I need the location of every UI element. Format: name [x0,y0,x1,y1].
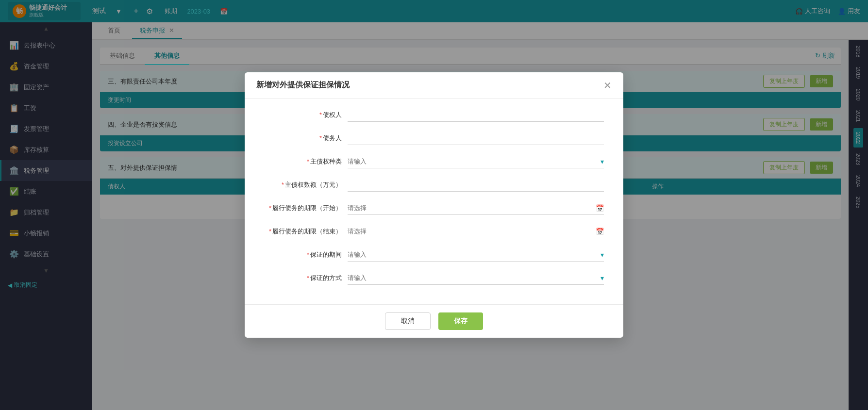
creditor-amount-label: *主债权数额（万元） [264,180,342,189]
form-row-debtor: *债务人 [264,131,604,145]
form-row-creditor: *债权人 [264,108,604,122]
guarantee-method-required-star: * [307,274,309,281]
guarantee-period-select[interactable]: ▾ [348,248,604,262]
modal-footer: 取消 保存 [245,304,623,338]
modal-title: 新增对外提供保证担保情况 [256,80,350,90]
form-row-creditor-amount: *主债权数额（万元） [264,178,604,192]
modal-header: 新增对外提供保证担保情况 ✕ [245,72,623,98]
creditor-type-label: *主债权种类 [264,157,342,166]
modal: 新增对外提供保证担保情况 ✕ *债权人 *债务人 *主债权种类 [245,72,623,338]
obligation-end-input[interactable] [348,225,596,238]
debtor-required-star: * [319,134,322,142]
guarantee-period-required-star: * [307,251,309,258]
form-row-guarantee-period: *保证的期间 ▾ [264,248,604,262]
obligation-start-date[interactable]: 📅 [348,201,604,215]
form-row-obligation-start: *履行债务的期限（开始） 📅 [264,201,604,215]
obligation-start-label: *履行债务的期限（开始） [264,204,342,213]
debtor-label: *债务人 [264,134,342,143]
guarantee-method-input[interactable] [348,271,601,284]
creditor-required-star: * [319,111,322,118]
obligation-start-input[interactable] [348,201,596,214]
form-row-creditor-type: *主债权种类 ▾ [264,155,604,168]
obligation-end-date[interactable]: 📅 [348,225,604,238]
creditor-label: *债权人 [264,111,342,119]
obligation-start-required-star: * [269,204,271,212]
creditor-input[interactable] [348,108,604,122]
creditor-amount-input[interactable] [348,178,604,192]
save-button[interactable]: 保存 [438,312,483,330]
obligation-end-calendar-icon[interactable]: 📅 [596,228,604,235]
debtor-input[interactable] [348,131,604,145]
creditor-type-input[interactable] [348,155,601,168]
guarantee-period-label: *保证的期间 [264,250,342,259]
creditor-type-dropdown-icon[interactable]: ▾ [601,158,604,165]
creditor-type-select[interactable]: ▾ [348,155,604,168]
creditor-type-required-star: * [307,158,309,165]
form-row-guarantee-method: *保证的方式 ▾ [264,271,604,285]
guarantee-method-label: *保证的方式 [264,274,342,282]
modal-overlay[interactable]: 新增对外提供保证担保情况 ✕ *债权人 *债务人 *主债权种类 [0,0,868,410]
modal-close-button[interactable]: ✕ [603,81,612,90]
guarantee-period-input[interactable] [348,248,601,261]
guarantee-period-dropdown-icon[interactable]: ▾ [601,251,604,259]
modal-body: *债权人 *债务人 *主债权种类 ▾ [245,98,623,304]
guarantee-method-dropdown-icon[interactable]: ▾ [601,274,604,282]
guarantee-method-select[interactable]: ▾ [348,271,604,285]
cancel-button[interactable]: 取消 [385,312,431,330]
obligation-end-required-star: * [269,228,271,235]
obligation-end-label: *履行债务的期限（结束） [264,227,342,236]
creditor-amount-required-star: * [282,181,284,188]
obligation-start-calendar-icon[interactable]: 📅 [596,204,604,212]
form-row-obligation-end: *履行债务的期限（结束） 📅 [264,225,604,238]
